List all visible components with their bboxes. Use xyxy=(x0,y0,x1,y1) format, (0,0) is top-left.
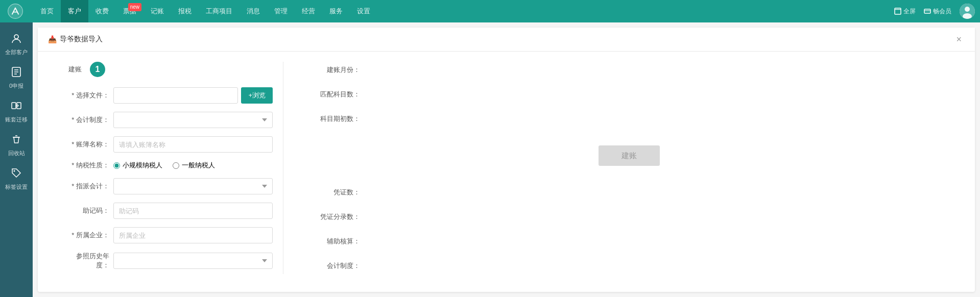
browse-button[interactable]: +浏览 xyxy=(241,87,273,104)
nav-bookkeeping[interactable]: 记账 xyxy=(144,0,171,22)
svg-point-6 xyxy=(14,35,18,39)
nav-fee[interactable]: 收费 xyxy=(88,0,116,22)
dialog-container: 📥 导爷数据导入 × 建账 1 xyxy=(38,28,975,292)
dialog-title: 📥 导爷数据导入 xyxy=(48,35,103,44)
radio-general-taxpayer-input[interactable] xyxy=(173,162,179,169)
migration-icon xyxy=(11,100,22,114)
company-label: * 所属企业： xyxy=(68,231,109,240)
nav-client[interactable]: 客户 xyxy=(61,0,88,22)
info-aux-label: 辅助核算： xyxy=(314,237,360,246)
dialog-header: 📥 导爷数据导入 × xyxy=(38,28,975,52)
memo-label: 助记码： xyxy=(68,206,109,215)
tax-type-label: * 纳税性质： xyxy=(68,161,109,170)
nav-tax[interactable]: 报税 xyxy=(171,0,199,22)
file-label: * 选择文件： xyxy=(68,91,109,100)
radio-general-taxpayer[interactable]: 一般纳税人 xyxy=(173,161,215,170)
tax-radio-group: 小规模纳税人 一般纳税人 xyxy=(113,161,215,170)
history-year-row: 参照历史年度： xyxy=(68,252,273,270)
all-clients-icon xyxy=(11,33,22,46)
nav-message[interactable]: 消息 xyxy=(240,0,267,22)
tag-settings-icon xyxy=(11,167,22,181)
vip-btn[interactable]: 畅会员 xyxy=(924,7,951,16)
assign-accountant-label: * 指派会计： xyxy=(68,182,109,191)
nav-home[interactable]: 首页 xyxy=(33,0,61,22)
tax-small-label: 小规模纳税人 xyxy=(123,161,162,170)
company-input[interactable] xyxy=(113,227,273,243)
assign-accountant-row: * 指派会计： xyxy=(68,178,273,194)
info-voucher-records-row: 凭证分录数： xyxy=(314,209,944,225)
sidebar: 全部客户 0申报 账套迁移 xyxy=(0,22,33,297)
history-year-label: 参照历史年度： xyxy=(68,252,109,270)
step-label: 建账 xyxy=(68,65,82,74)
top-navigation: 首页 客户 收费 票据 new 记账 报税 工商项目 消息 管理 经营 服务 设… xyxy=(0,0,980,22)
svg-rect-2 xyxy=(924,9,930,13)
svg-rect-8 xyxy=(12,103,16,109)
app-body: 全部客户 0申报 账套迁移 xyxy=(0,22,980,297)
info-match-label: 匹配科目数： xyxy=(314,90,360,99)
info-subject-init-row: 科目期初数： xyxy=(314,111,944,127)
app-logo xyxy=(5,1,26,21)
form-left: 建账 1 * 选择文件： +浏览 xyxy=(68,62,273,274)
info-accounting-system-row: 会计制度： xyxy=(314,258,944,274)
accounting-system-label: * 会计制度： xyxy=(68,115,109,125)
info-match-row: 匹配科目数： xyxy=(314,86,944,103)
sidebar-item-migration[interactable]: 账套迁移 xyxy=(0,95,33,129)
info-month-row: 建账月份： xyxy=(314,62,944,78)
info-voucher-records-label: 凭证分录数： xyxy=(314,212,360,221)
fullscreen-btn[interactable]: 全屏 xyxy=(894,7,916,16)
main-content: 📥 导爷数据导入 × 建账 1 xyxy=(33,22,980,297)
close-button[interactable]: × xyxy=(953,34,965,45)
svg-point-10 xyxy=(14,170,15,172)
file-input-group: +浏览 xyxy=(113,87,273,104)
vertical-divider xyxy=(283,62,283,274)
recycle-icon xyxy=(11,134,22,147)
new-badge: new xyxy=(128,3,141,11)
svg-rect-1 xyxy=(895,8,901,14)
dialog-title-text: 导爷数据导入 xyxy=(60,35,103,44)
nav-settings[interactable]: 设置 xyxy=(350,0,377,22)
ledger-name-input[interactable] xyxy=(113,136,273,153)
file-input[interactable] xyxy=(113,87,238,104)
info-aux-row: 辅助核算： xyxy=(314,233,944,250)
accounting-system-row: * 会计制度： xyxy=(68,112,273,128)
zero-report-icon xyxy=(11,66,22,80)
accounting-system-select[interactable] xyxy=(113,112,273,128)
nav-operation[interactable]: 经营 xyxy=(295,0,322,22)
radio-small-taxpayer-input[interactable] xyxy=(113,162,120,169)
form-wrapper: 建账 1 * 选择文件： +浏览 xyxy=(68,62,944,274)
nav-business[interactable]: 工商项目 xyxy=(199,0,240,22)
sidebar-item-all-clients[interactable]: 全部客户 xyxy=(0,28,33,61)
memo-input[interactable] xyxy=(113,203,273,219)
tax-type-row: * 纳税性质： 小规模纳税人 一般纳税人 xyxy=(68,161,273,170)
build-btn-area: 建账 xyxy=(314,135,944,176)
company-row: * 所属企业： xyxy=(68,227,273,243)
step-circle: 1 xyxy=(90,62,105,77)
info-voucher-row: 凭证数： xyxy=(314,184,944,201)
history-year-select[interactable] xyxy=(113,253,273,269)
info-voucher-label: 凭证数： xyxy=(314,188,360,197)
sidebar-item-tag-settings[interactable]: 标签设置 xyxy=(0,162,33,196)
nav-service[interactable]: 服务 xyxy=(322,0,350,22)
svg-point-0 xyxy=(8,4,23,19)
top-nav-right: 全屏 畅会员 xyxy=(894,4,975,19)
radio-small-taxpayer[interactable]: 小规模纳税人 xyxy=(113,161,162,170)
nav-manage[interactable]: 管理 xyxy=(267,0,295,22)
tax-general-label: 一般纳税人 xyxy=(182,161,215,170)
svg-point-4 xyxy=(965,7,970,12)
info-subject-init-label: 科目期初数： xyxy=(314,114,360,123)
nav-invoice[interactable]: 票据 new xyxy=(116,0,144,22)
ledger-name-label: * 账簿名称： xyxy=(68,140,109,149)
memo-row: 助记码： xyxy=(68,203,273,219)
file-row: * 选择文件： +浏览 xyxy=(68,87,273,104)
form-section: * 选择文件： +浏览 * 会计制度： xyxy=(68,87,273,270)
info-month-label: 建账月份： xyxy=(314,65,360,75)
user-avatar[interactable] xyxy=(960,4,975,19)
assign-accountant-select[interactable] xyxy=(113,178,273,194)
sidebar-item-zero-report[interactable]: 0申报 xyxy=(0,61,33,95)
ledger-name-row: * 账簿名称： xyxy=(68,136,273,153)
sidebar-item-recycle[interactable]: 回收站 xyxy=(0,129,33,162)
info-accounting-system-label: 会计制度： xyxy=(314,261,360,270)
build-account-button[interactable]: 建账 xyxy=(599,145,660,166)
svg-rect-9 xyxy=(17,103,21,109)
dialog-title-icon: 📥 xyxy=(48,35,57,43)
